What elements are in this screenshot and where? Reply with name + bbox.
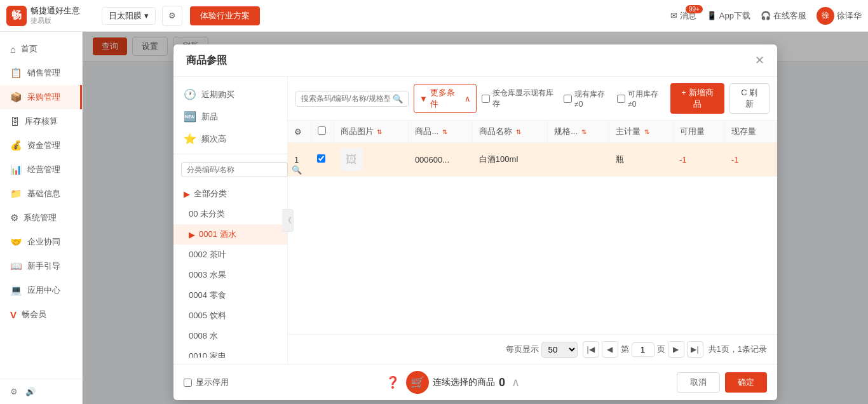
sidebar-item-basic-info[interactable]: 📁 基础信息: [0, 182, 82, 206]
sidebar-item-member[interactable]: V 畅会员: [0, 302, 82, 327]
nav-selector[interactable]: 日太阳膜 ▾: [102, 7, 156, 25]
sidebar-item-sales[interactable]: 📋 销售管理: [0, 61, 82, 85]
help-icon[interactable]: ❓: [386, 375, 400, 389]
collapse-panel-button[interactable]: 《: [282, 209, 294, 232]
inventory-icon: 🗄: [10, 116, 20, 127]
sidebar-label-member: 畅会员: [22, 309, 46, 320]
cat-00[interactable]: 00 未分类: [173, 204, 287, 224]
th-available[interactable]: 可用量: [673, 121, 725, 143]
recent-purchase-item[interactable]: 🕐 近期购买: [173, 83, 287, 105]
th-gear[interactable]: ⚙: [288, 121, 311, 143]
new-label: 新品: [201, 111, 218, 123]
per-page-dropdown[interactable]: 50 100 200: [541, 342, 578, 358]
collapse-cart-icon[interactable]: ∧: [512, 375, 520, 389]
th-available-label: 可用量: [680, 126, 705, 136]
cart-count: 0: [499, 376, 505, 389]
row-checkbox[interactable]: [311, 143, 334, 177]
cat-0005[interactable]: 0005 饮料: [173, 306, 287, 326]
cat-all[interactable]: ▶ 全部分类: [173, 184, 287, 204]
first-page-button[interactable]: |◀: [583, 341, 599, 358]
product-search-input[interactable]: [301, 94, 390, 103]
show-disabled-checkbox[interactable]: 显示停用: [184, 377, 229, 388]
sidebar-label-business: 经营管理: [27, 164, 60, 175]
gear-button[interactable]: ⚙: [162, 6, 182, 26]
table-row[interactable]: 1 🖼 000600... 白酒100ml 瓶: [288, 143, 777, 177]
table-toolbar: 🔍 ▼ 更多条件 ∧ 按仓库显示现有库存: [288, 77, 777, 121]
last-page-button[interactable]: ▶|: [687, 341, 703, 358]
online-service-item[interactable]: 🎧 在线客服: [761, 10, 806, 22]
sort-spec-icon: ⇅: [581, 128, 587, 135]
page-number-input[interactable]: [632, 342, 654, 357]
cat-0001[interactable]: ▶ 0001 酒水: [173, 224, 287, 245]
new-product-item[interactable]: 🆕 新品: [173, 105, 287, 128]
cancel-button[interactable]: 取消: [677, 372, 720, 393]
volume-icon[interactable]: 🔊: [25, 387, 36, 396]
th-unit-label: 主计量: [616, 126, 641, 136]
sidebar-label-sales: 销售管理: [27, 67, 60, 79]
row-select-checkbox[interactable]: [317, 154, 325, 163]
add-product-button[interactable]: + 新增商品: [670, 83, 724, 114]
sidebar-item-business[interactable]: 📊 经营管理: [0, 158, 82, 182]
th-unit[interactable]: 主计量 ⇅: [609, 121, 673, 143]
cat-0002[interactable]: 0002 茶叶: [173, 245, 287, 265]
dialog-footer: 显示停用 ❓ 🛒 连续选择的商品 0 ∧ 取消 确定: [173, 364, 777, 400]
user-item[interactable]: 徐 徐泽华: [817, 7, 862, 25]
nonzero-stock-checkbox[interactable]: 现有库存≠0: [564, 89, 612, 109]
row-unit: 瓶: [609, 143, 673, 177]
close-icon[interactable]: ✕: [755, 53, 764, 67]
category-search-input[interactable]: [181, 162, 288, 177]
sidebar-item-enterprise[interactable]: 🤝 企业协同: [0, 230, 82, 254]
basic-info-icon: 📁: [10, 188, 22, 199]
logo-title: 畅捷通好生意: [31, 6, 80, 17]
next-page-button[interactable]: ▶: [668, 341, 684, 358]
messages-nav-item[interactable]: ✉ 消息 99+: [670, 10, 696, 22]
cat-0003[interactable]: 0003 水果: [173, 265, 287, 285]
th-checkbox[interactable]: [311, 121, 334, 143]
available-stock-checkbox[interactable]: 可用库存≠0: [617, 89, 665, 109]
enterprise-icon: 🤝: [10, 236, 22, 248]
cat-0008[interactable]: 0008 水: [173, 326, 287, 346]
apps-icon: 💻: [10, 285, 22, 296]
frequent-item[interactable]: ⭐ 频次高: [173, 128, 287, 150]
sidebar-item-apps[interactable]: 💻 应用中心: [0, 278, 82, 302]
category-list: ▶ 全部分类 00 未分类 ▶ 0001 酒水 0002 茶: [173, 181, 287, 358]
sort-code-icon: ⇅: [442, 128, 447, 135]
cat-0004[interactable]: 0004 零食: [173, 285, 287, 306]
sales-icon: 📋: [10, 67, 22, 79]
warehouse-stock-check[interactable]: [482, 95, 490, 103]
business-icon: 📊: [10, 164, 22, 175]
category-search-icon[interactable]: 🔍: [292, 165, 302, 175]
filter-icon: ▼: [419, 94, 428, 104]
th-spec[interactable]: 规格... ⇅: [548, 121, 609, 143]
th-code[interactable]: 商品... ⇅: [409, 121, 473, 143]
row-spec: [548, 143, 609, 177]
show-disabled-check[interactable]: [184, 379, 192, 387]
prev-page-button[interactable]: ◀: [602, 341, 618, 358]
experience-button[interactable]: 体验行业方案: [190, 6, 260, 25]
sidebar-item-purchase[interactable]: 📦 采购管理: [0, 85, 82, 109]
more-filter-button[interactable]: ▼ 更多条件 ∧: [414, 84, 477, 113]
cat-0010[interactable]: 0010 家电: [173, 346, 287, 358]
nav-selector-text: 日太阳膜: [109, 10, 142, 22]
warehouse-stock-checkbox[interactable]: 按仓库显示现有库存: [482, 88, 559, 109]
select-all-checkbox[interactable]: [318, 126, 326, 135]
sidebar-item-inventory[interactable]: 🗄 库存核算: [0, 109, 82, 133]
sidebar-item-guide[interactable]: 📖 新手引导: [0, 254, 82, 278]
sidebar-item-system[interactable]: ⚙ 系统管理: [0, 206, 82, 230]
per-page-label: 每页显示: [506, 344, 539, 355]
th-name[interactable]: 商品名称 ⇅: [473, 121, 548, 143]
sidebar-item-home[interactable]: ⌂ 首页: [0, 37, 82, 61]
filter-label: 更多条件: [430, 87, 462, 110]
cart-icon[interactable]: 🛒: [406, 371, 429, 394]
app-download-item[interactable]: 📱 App下载: [707, 10, 750, 22]
available-stock-check[interactable]: [617, 95, 625, 103]
settings-bottom-icon[interactable]: ⚙: [10, 387, 18, 396]
sidebar-item-finance[interactable]: 💰 资金管理: [0, 133, 82, 158]
th-stock[interactable]: 现存量: [725, 121, 777, 143]
confirm-button[interactable]: 确定: [725, 372, 767, 393]
new-icon: 🆕: [184, 111, 196, 123]
th-image[interactable]: 商品图片 ⇅: [334, 121, 409, 143]
nonzero-stock-check[interactable]: [564, 95, 572, 103]
refresh-button[interactable]: C 刷新: [729, 83, 770, 114]
chevron-up-icon: ∧: [465, 94, 471, 104]
